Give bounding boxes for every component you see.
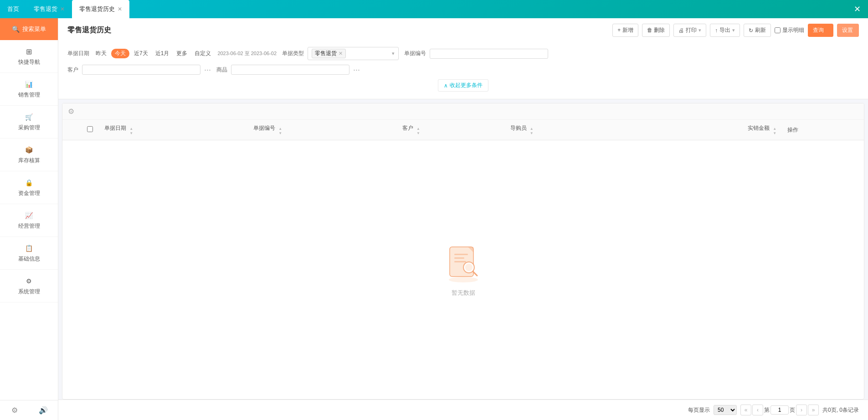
- tab-list: 首页 零售退货 ✕ 零售退货历史 ✕: [0, 0, 847, 18]
- sidebar-search-label: 搜索菜单: [22, 25, 46, 33]
- sidebar-search[interactable]: 🔍 搜索菜单: [0, 18, 58, 40]
- type-dropdown-arrow: ▾: [392, 51, 395, 56]
- next-page-btn[interactable]: ›: [796, 405, 807, 415]
- tab-retail-return-close[interactable]: ✕: [60, 6, 65, 12]
- show-detail-input[interactable]: [775, 27, 781, 33]
- svg-rect-3: [454, 254, 468, 255]
- table-settings-icon[interactable]: ⚙: [68, 107, 74, 116]
- goods-filter-dots[interactable]: ···: [353, 65, 360, 75]
- show-detail-checkbox[interactable]: 显示明细: [775, 26, 804, 34]
- number-filter-input[interactable]: [430, 49, 548, 59]
- basic-info-icon: 📋: [24, 243, 34, 253]
- filter-area: 单据日期 昨天 今天 近7天 近1月 更多 自定义 2023-06-02 至 2…: [67, 42, 859, 95]
- type-filter-select[interactable]: 零售退货 ✕ ▾: [308, 47, 399, 60]
- sidebar-menu: ⊞ 快捷导航 📊 销售管理 🛒 采购管理 📦 库存核算 🔒 资金管理 📈: [0, 40, 58, 400]
- first-page-btn[interactable]: «: [740, 405, 751, 415]
- purchase-mgmt-icon: 🛒: [24, 112, 34, 122]
- tab-retail-return-label: 零售退货: [34, 5, 57, 13]
- customer-sort-icon[interactable]: ▲▼: [416, 127, 420, 135]
- date-sort-icon[interactable]: ▲▼: [129, 127, 133, 135]
- sidebar-item-quick-nav[interactable]: ⊞ 快捷导航: [0, 40, 58, 73]
- print-button[interactable]: 🖨 🖨 打印 打印 ▾: [673, 24, 706, 37]
- date-range-display: 2023-06-02 至 2023-06-02: [217, 50, 277, 57]
- date-btn-1month[interactable]: 近1月: [153, 49, 172, 58]
- customer-filter-label: 客户: [67, 66, 78, 74]
- date-btn-today[interactable]: 今天: [111, 49, 129, 58]
- number-sort-icon[interactable]: ▲▼: [278, 127, 282, 135]
- set-button[interactable]: 设置: [837, 24, 859, 37]
- page-input[interactable]: [770, 405, 789, 415]
- new-button[interactable]: + 新增: [612, 24, 638, 37]
- per-page-select[interactable]: 50 10 20 100: [714, 405, 737, 415]
- window-close-button[interactable]: ✕: [847, 4, 868, 14]
- ops-mgmt-icon: 📈: [24, 210, 34, 220]
- sidebar-item-finance-mgmt[interactable]: 🔒 资金管理: [0, 171, 58, 204]
- tab-home-label: 首页: [7, 5, 19, 13]
- svg-rect-4: [454, 257, 464, 259]
- sidebar-item-ops-mgmt[interactable]: 📈 经营管理: [0, 204, 58, 237]
- table-header-row: 单据日期 ▲▼ 单据编号 ▲▼ 客户 ▲▼ 导购员: [62, 120, 864, 140]
- pagination-bar: 每页显示 50 10 20 100 « ‹ 第 页 › » 共0页, 0条记录: [58, 400, 868, 420]
- number-filter-label: 单据编号: [404, 50, 426, 57]
- main-content: 零售退货历史 + 新增 🗑 删除 🖨 🖨 打印 打印 ▾ ↑ 导出 ▾: [58, 18, 868, 420]
- tab-retail-return-history[interactable]: 零售退货历史 ✕: [72, 0, 129, 18]
- sidebar-item-basic-info[interactable]: 📋 基础信息: [0, 237, 58, 270]
- tab-home[interactable]: 首页: [0, 0, 26, 18]
- select-all-checkbox[interactable]: [87, 126, 93, 132]
- search-icon: 🔍: [12, 26, 20, 33]
- tab-retail-return-history-close[interactable]: ✕: [118, 6, 122, 12]
- th-number: 单据编号 ▲▼: [248, 120, 397, 140]
- filter-row-2: 客户 ··· 商品 ···: [67, 65, 859, 75]
- page-header: 零售退货历史 + 新增 🗑 删除 🖨 🖨 打印 打印 ▾ ↑ 导出 ▾: [58, 18, 868, 99]
- sidebar-item-stock-mgmt[interactable]: 📦 库存核算: [0, 138, 58, 171]
- finance-mgmt-icon: 🔒: [24, 178, 34, 188]
- th-date-label: 单据日期: [104, 125, 126, 131]
- th-checkbox: [81, 120, 99, 140]
- refresh-button[interactable]: ↻ 刷新: [744, 24, 771, 37]
- data-table: 单据日期 ▲▼ 单据编号 ▲▼ 客户 ▲▼ 导购员: [62, 120, 864, 140]
- customer-filter-dots[interactable]: ···: [204, 65, 211, 75]
- date-btn-custom[interactable]: 自定义: [192, 49, 214, 58]
- date-btn-yesterday[interactable]: 昨天: [93, 49, 109, 58]
- th-number-label: 单据编号: [253, 125, 275, 131]
- svg-rect-5: [454, 261, 466, 262]
- amount-sort-icon[interactable]: ▲▼: [773, 127, 776, 135]
- type-tag: 零售退货 ✕: [312, 49, 346, 58]
- sales-mgmt-icon: 📊: [24, 79, 34, 89]
- export-button[interactable]: ↑ 导出 ▾: [710, 24, 740, 37]
- svg-point-7: [465, 264, 473, 271]
- date-btn-more[interactable]: 更多: [174, 49, 190, 58]
- sidebar-item-sales-mgmt-label: 销售管理: [18, 91, 40, 99]
- empty-text: 暂无数据: [452, 289, 475, 297]
- prev-page-btn[interactable]: ‹: [752, 405, 763, 415]
- type-tag-close[interactable]: ✕: [339, 51, 343, 56]
- goods-filter-input[interactable]: [231, 65, 349, 75]
- last-page-btn[interactable]: »: [808, 405, 819, 415]
- date-btn-7days[interactable]: 近7天: [131, 49, 151, 58]
- sidebar-item-sys-mgmt[interactable]: ⚙ 系统管理: [0, 270, 58, 302]
- tab-retail-return-history-label: 零售退货历史: [79, 5, 115, 13]
- tab-retail-return[interactable]: 零售退货 ✕: [26, 0, 72, 18]
- filter-customer: 客户 ···: [67, 65, 211, 75]
- th-amount-label: 实销金额: [748, 125, 770, 131]
- refresh-text: 刷新: [755, 26, 766, 34]
- sidebar-item-sales-mgmt[interactable]: 📊 销售管理: [0, 73, 58, 106]
- sidebar-settings-btn[interactable]: ⚙: [0, 400, 29, 420]
- customer-filter-input[interactable]: [82, 65, 200, 75]
- collapse-filter-btn[interactable]: ∧ 收起更多条件: [438, 79, 488, 92]
- page-suffix: 页: [790, 406, 795, 414]
- export-text: 导出: [719, 26, 730, 34]
- delete-button[interactable]: 🗑 删除: [642, 24, 670, 37]
- sidebar-volume-btn[interactable]: 🔊: [29, 400, 58, 420]
- query-button[interactable]: 查询: [808, 24, 833, 37]
- collapse-icon: ∧: [444, 82, 448, 89]
- stock-mgmt-icon: 📦: [24, 145, 34, 155]
- guide-sort-icon[interactable]: ▲▼: [530, 127, 534, 135]
- filter-type: 单据类型 零售退货 ✕ ▾: [282, 47, 399, 60]
- th-settings: [62, 120, 81, 140]
- sidebar-item-sys-mgmt-label: 系统管理: [18, 288, 40, 296]
- svg-point-0: [449, 277, 478, 282]
- table-toolbar-row: ⚙: [62, 103, 864, 120]
- th-guide: 导购员 ▲▼: [505, 120, 633, 140]
- sidebar-item-purchase-mgmt[interactable]: 🛒 采购管理: [0, 106, 58, 138]
